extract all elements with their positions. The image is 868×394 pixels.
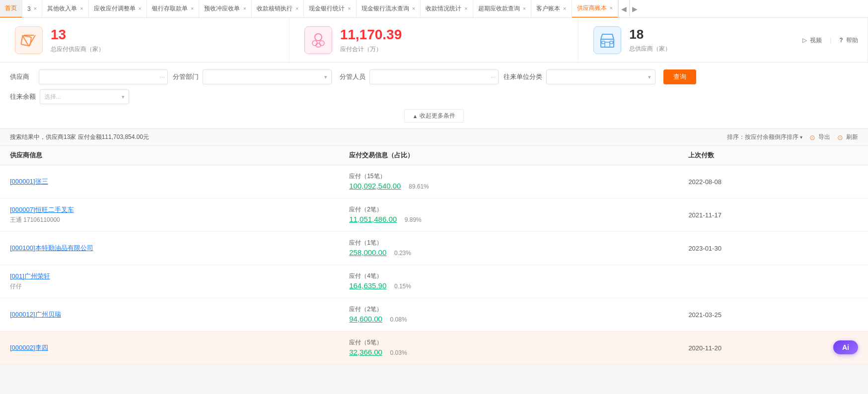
nav-next-arrow[interactable] xyxy=(629,0,640,18)
dept-select[interactable] xyxy=(203,69,332,84)
filter-row-1: 供应商 ··· 分管部门 分管人员 ··· 往来单位分类 查询 xyxy=(10,69,858,84)
last-pay-cell: 2020-11-20 xyxy=(688,344,858,352)
tx-amount[interactable]: 258,000.00 xyxy=(349,248,386,257)
close-icon[interactable]: × xyxy=(295,6,298,11)
table-header: 供应商信息 应付交易信息（占比） 上次付数 xyxy=(0,146,868,165)
help-link[interactable]: 帮助 xyxy=(839,36,858,44)
nav-tab-collect-stat[interactable]: 收款情况统计 × xyxy=(421,0,473,18)
table-row: [000007]恒旺二手叉车 王通 17106110000 应付（2笔） 11,… xyxy=(0,198,868,232)
person-input[interactable] xyxy=(369,69,499,84)
supplier-link[interactable]: [000002]李四 xyxy=(10,343,349,352)
close-icon[interactable]: × xyxy=(563,6,566,11)
main-table: 供应商信息 应付交易信息（占比） 上次付数 [000001]张三 应付（15笔）… xyxy=(0,146,868,365)
query-button[interactable]: 查询 xyxy=(663,69,696,84)
nav-tab-ap-adjust[interactable]: 应收应付调整单 × xyxy=(89,0,147,18)
nav-tab-overdue-collect-label: 超期应收款查询 xyxy=(478,4,520,13)
tx-info-cell: 应付（1笔） 258,000.00 0.23% xyxy=(349,239,688,258)
chevron-left-icon xyxy=(621,5,627,13)
tx-amount[interactable]: 94,600.00 xyxy=(349,315,382,323)
supplier-link[interactable]: [001]广州荣轩 xyxy=(10,272,349,281)
svg-rect-11 xyxy=(602,41,605,44)
tx-label: 应付（1笔） xyxy=(349,239,688,247)
tx-label: 应付（4笔） xyxy=(349,272,688,280)
tx-info-cell: 应付（5笔） 32,366.00 0.03% xyxy=(349,338,688,357)
nav-tab-bank-deposit[interactable]: 银行存取款单 × xyxy=(147,0,199,18)
last-pay-date: 2022-08-08 xyxy=(688,178,722,186)
tx-amount[interactable]: 11,051,486.00 xyxy=(349,215,397,223)
supplier-link[interactable]: [000007]恒旺二手叉车 xyxy=(10,205,349,214)
tx-amount[interactable]: 100,092,540.00 xyxy=(349,182,401,190)
close-icon[interactable]: × xyxy=(80,6,83,11)
supplier-input[interactable] xyxy=(39,69,168,84)
stats-label-3: 总供应商（家） xyxy=(629,45,671,53)
nav-tab-collect-verify-label: 收款核销执行 xyxy=(257,4,292,13)
nav-tab-advance-collect[interactable]: 预收冲应收单 × xyxy=(199,0,251,18)
nav-tab-cash-bank-stat[interactable]: 现金银行统计 × xyxy=(304,0,356,18)
nav-prev-arrow[interactable] xyxy=(618,0,629,18)
filter-area: 供应商 ··· 分管部门 分管人员 ··· 往来单位分类 查询 往来余额 xyxy=(0,63,868,129)
nav-tab-collect-stat-label: 收款情况统计 xyxy=(426,4,461,13)
supplier-link[interactable]: [000012]广州贝瑞 xyxy=(10,310,349,319)
ai-badge[interactable]: Ai xyxy=(833,340,858,354)
table-row: [000100]本特勤油品有限公司 应付（1笔） 258,000.00 0.23… xyxy=(0,232,868,265)
close-icon[interactable]: × xyxy=(34,6,37,11)
tx-percent: 0.08% xyxy=(390,316,407,323)
nav-tab-cash-bank-flow-label: 现金银行流水查询 xyxy=(362,4,409,13)
tx-info-cell: 应付（4笔） 164,635.90 0.15% xyxy=(349,272,688,291)
nav-tab-3[interactable]: 3 × xyxy=(22,0,42,18)
supplier-link[interactable]: [000001]张三 xyxy=(10,177,349,186)
balance-label: 往来余额 xyxy=(10,92,36,101)
close-icon[interactable]: × xyxy=(523,6,526,11)
nav-tab-customer-account[interactable]: 客户账本 × xyxy=(531,0,572,18)
supplier-info-cell: [000007]恒旺二手叉车 王通 17106110000 xyxy=(10,205,349,224)
balance-select[interactable]: 选择... xyxy=(40,89,129,104)
balance-placeholder: 选择... xyxy=(44,93,61,101)
results-summary: 搜索结果中，供应商13家 应付金额111,703,854.00元 xyxy=(10,133,149,141)
close-icon[interactable]: × xyxy=(191,6,194,11)
tx-info-cell: 应付（2笔） 11,051,486.00 9.89% xyxy=(349,205,688,224)
stats-label-2: 应付合计（万） xyxy=(340,45,402,54)
supplier-info-cell: [001]广州荣轩 仔仔 xyxy=(10,272,349,291)
tx-amount[interactable]: 164,635.90 xyxy=(349,281,386,290)
collapse-button[interactable]: ▲ 收起更多条件 xyxy=(404,109,464,123)
close-icon[interactable]: × xyxy=(412,6,415,11)
close-icon[interactable]: × xyxy=(243,6,246,11)
svg-point-5 xyxy=(312,41,317,46)
nav-tab-home-label: 首页 xyxy=(5,4,17,12)
svg-point-4 xyxy=(315,34,322,41)
tx-percent: 0.15% xyxy=(394,283,411,290)
refresh-button[interactable]: ⊙刷新 xyxy=(837,133,858,141)
shop-icon xyxy=(593,26,621,54)
nav-tab-cash-bank-flow[interactable]: 现金银行流水查询 × xyxy=(357,0,421,18)
tx-percent: 0.03% xyxy=(390,349,407,356)
table-row: [001]广州荣轩 仔仔 应付（4笔） 164,635.90 0.15% xyxy=(0,265,868,298)
sort-label[interactable]: 排序：按应付余额倒序排序 ▾ xyxy=(727,133,802,141)
category-select[interactable] xyxy=(546,69,655,84)
tx-label: 应付（15笔） xyxy=(349,172,688,181)
last-pay-date: 2020-11-20 xyxy=(688,344,722,352)
results-actions: 排序：按应付余额倒序排序 ▾ ⊙导出 ⊙刷新 xyxy=(727,133,858,141)
nav-tab-other-income[interactable]: 其他收入单 × xyxy=(42,0,88,18)
last-pay-date: 2021-11-17 xyxy=(688,211,722,219)
close-icon[interactable]: × xyxy=(610,5,613,11)
close-icon[interactable]: × xyxy=(139,6,142,11)
col-supplier-info: 供应商信息 xyxy=(10,151,349,160)
close-icon[interactable]: × xyxy=(464,6,467,11)
nav-tab-home[interactable]: 首页 xyxy=(0,0,22,18)
export-button[interactable]: ⊙导出 xyxy=(809,133,830,141)
tx-amount[interactable]: 32,366.00 xyxy=(349,348,382,356)
nav-tab-supplier-account[interactable]: 供应商账本 × xyxy=(572,0,618,18)
table-row: [000012]广州贝瑞 应付（2笔） 94,600.00 0.08% 2021… xyxy=(0,298,868,331)
nav-tab-advance-collect-label: 预收冲应收单 xyxy=(204,4,240,13)
close-icon[interactable]: × xyxy=(348,6,351,11)
filter-balance: 往来余额 选择... xyxy=(10,89,129,104)
stats-links: 视频 | 帮助 xyxy=(802,36,858,44)
category-label: 往来单位分类 xyxy=(504,72,542,81)
chevron-down-icon xyxy=(648,74,651,80)
nav-tab-collect-verify[interactable]: 收款核销执行 × xyxy=(252,0,304,18)
video-link[interactable]: 视频 xyxy=(802,36,822,44)
last-pay-cell: 2022-08-08 xyxy=(688,178,858,186)
supplier-link[interactable]: [000100]本特勤油品有限公司 xyxy=(10,244,349,253)
nav-tab-overdue-collect[interactable]: 超期应收款查询 × xyxy=(473,0,531,18)
supplier-sub: 王通 17106110000 xyxy=(10,216,349,224)
